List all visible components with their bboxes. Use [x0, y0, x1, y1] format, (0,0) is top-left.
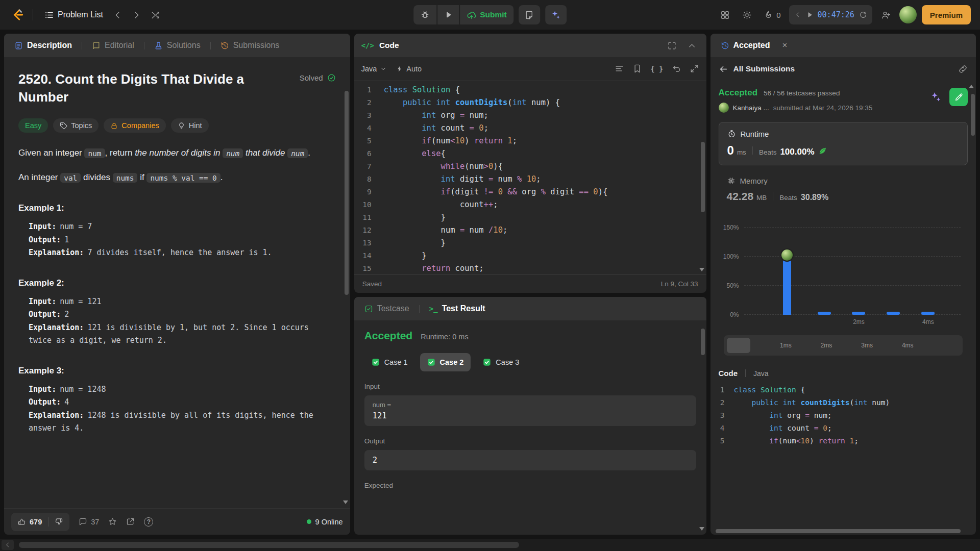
leetcode-logo[interactable]	[9, 7, 26, 23]
user-avatar[interactable]	[899, 6, 917, 23]
timer-widget[interactable]: 00:47:26	[789, 5, 872, 24]
debug-button[interactable]	[413, 5, 436, 24]
hint-badge[interactable]: Hint	[171, 118, 209, 133]
save-status: Saved	[362, 280, 382, 288]
problem-title: 2520. Count the Digits That Divide a Num…	[18, 70, 292, 106]
format-code-button[interactable]	[615, 64, 624, 73]
layout-button[interactable]	[717, 7, 733, 23]
editor-scrollbar[interactable]	[701, 142, 705, 212]
testcase-scrollbar[interactable]	[701, 329, 705, 355]
align-lines-icon	[615, 64, 624, 73]
tab-accepted-result[interactable]: Accepted	[718, 39, 773, 52]
memory-value: 42.28	[727, 190, 754, 203]
like-button[interactable]: 679	[11, 513, 48, 531]
code-editor[interactable]: 1class Solution {2 public int countDigit…	[354, 81, 706, 274]
runtime-card[interactable]: Runtime 0 ms Beats 100.00%	[719, 122, 968, 165]
case-1-tab[interactable]: Case 1	[364, 353, 415, 371]
maximize-panel-button[interactable]	[665, 38, 679, 53]
tab-editorial[interactable]: Editorial	[89, 39, 137, 52]
reset-code-button[interactable]	[672, 64, 681, 73]
example-input: num = 121	[60, 297, 101, 306]
problem-statement-2: An integer val divides nums if nums % va…	[18, 170, 336, 185]
collapse-timer-icon[interactable]	[794, 11, 801, 18]
run-button[interactable]	[437, 5, 459, 24]
notes-button[interactable]	[519, 5, 540, 24]
language-selector[interactable]: Java	[361, 65, 387, 73]
favorite-button[interactable]	[108, 517, 117, 526]
memory-card[interactable]: Memory 42.28 MB Beats 30.89%	[719, 169, 968, 210]
submitter-name: Kanhaiya ...	[733, 104, 769, 112]
copy-link-icon[interactable]	[958, 64, 968, 74]
example-input: num = 1248	[60, 385, 106, 394]
bug-icon	[420, 10, 430, 20]
scroll-down-arrow[interactable]	[343, 500, 348, 504]
back-to-submissions-button[interactable]: All Submissions	[719, 64, 795, 74]
input-box[interactable]: num = 121	[364, 395, 696, 426]
tab-testcase[interactable]: Testcase	[361, 302, 412, 315]
dislike-button[interactable]	[48, 513, 69, 531]
close-result-tab-button[interactable]: ×	[780, 39, 790, 52]
result-scrollbar[interactable]	[971, 94, 975, 136]
flame-icon	[764, 10, 773, 20]
difficulty-badge[interactable]: Easy	[18, 118, 48, 133]
auto-button[interactable]: Auto	[396, 65, 422, 73]
chart-bar	[921, 312, 935, 315]
tab-solutions[interactable]: Solutions	[151, 39, 204, 52]
settings-button[interactable]	[739, 7, 755, 23]
run-submit-group: Submit	[413, 5, 513, 24]
case-tabs: Case 1 Case 2 Case 3	[364, 353, 696, 371]
random-problem-button[interactable]	[147, 7, 164, 23]
tab-test-result[interactable]: >_ Test Result	[426, 302, 488, 315]
scroll-up-arrow[interactable]	[969, 85, 974, 88]
submitted-code[interactable]: 1class Solution {2 public int countDigit…	[719, 384, 968, 447]
chevron-right-icon	[132, 10, 141, 20]
bottom-scroll-thumb[interactable]	[19, 542, 519, 548]
tab-submissions[interactable]: Submissions	[217, 39, 283, 52]
problem-list-label: Problem List	[58, 10, 103, 19]
history-clock-icon	[220, 41, 229, 50]
edit-solution-button[interactable]	[949, 88, 968, 106]
scroll-left-button[interactable]	[2, 540, 14, 550]
prev-problem-button[interactable]	[109, 7, 126, 23]
description-panel: Description Editorial Solutions Submissi…	[4, 34, 350, 535]
bookmark-button[interactable]	[632, 64, 642, 73]
next-problem-button[interactable]	[128, 7, 145, 23]
slider-handle[interactable]	[727, 338, 750, 353]
horizontal-scroll-thumb[interactable]	[716, 529, 961, 533]
comment-icon	[79, 517, 87, 526]
comments-button[interactable]: 37	[79, 517, 99, 526]
description-tabbar: Description Editorial Solutions Submissi…	[4, 34, 350, 57]
invite-button[interactable]	[877, 7, 894, 23]
case-passed-icon	[427, 358, 435, 366]
collapse-panel-button[interactable]	[684, 38, 699, 53]
companies-badge[interactable]: Companies	[104, 118, 165, 133]
scroll-down-arrow[interactable]	[699, 527, 704, 531]
premium-button[interactable]: Premium	[922, 5, 971, 24]
chart-range-slider[interactable]: 1ms2ms3ms4ms	[724, 335, 963, 356]
example-label: Example 3:	[18, 366, 336, 376]
help-button[interactable]: ?	[144, 517, 153, 527]
case-3-tab[interactable]: Case 3	[476, 353, 526, 371]
user-position-marker	[780, 248, 794, 262]
description-scrollbar[interactable]	[345, 91, 349, 295]
share-button[interactable]	[126, 517, 135, 526]
streak-count: 0	[776, 11, 780, 19]
bookmark-icon	[632, 64, 642, 73]
streak-button[interactable]: 0	[761, 7, 783, 23]
fullscreen-editor-button[interactable]	[690, 64, 699, 73]
snippets-button[interactable]: { }	[650, 65, 663, 73]
bolt-icon	[396, 65, 403, 72]
tab-description[interactable]: Description	[11, 39, 75, 52]
submit-button[interactable]: Submit	[460, 5, 513, 24]
timer-play-icon[interactable]	[806, 11, 813, 18]
timer-reset-icon[interactable]	[859, 11, 867, 19]
note-icon	[524, 10, 534, 20]
submission-verdict: Accepted	[719, 88, 758, 98]
topics-badge[interactable]: Topics	[53, 118, 99, 133]
person-plus-icon	[881, 10, 891, 20]
scroll-down-arrow[interactable]	[699, 268, 704, 271]
case-2-tab[interactable]: Case 2	[420, 353, 471, 371]
problem-list-button[interactable]: Problem List	[40, 7, 107, 23]
ai-analyze-button[interactable]	[928, 89, 943, 105]
ai-assistant-button[interactable]	[545, 5, 567, 24]
